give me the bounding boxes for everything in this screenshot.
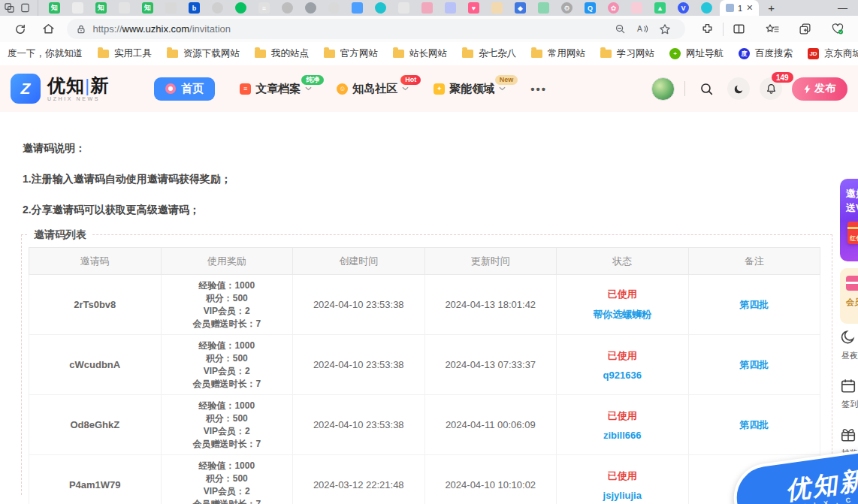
nav-more-button[interactable]: ••• [530, 83, 547, 95]
browser-tab[interactable] [392, 0, 415, 16]
bookmark-item[interactable]: 杂七杂八 [462, 47, 516, 60]
site-search-icon[interactable] [695, 78, 718, 99]
status-user-link[interactable]: q921636 [557, 370, 687, 381]
active-tab[interactable]: 1 ✕ [720, 0, 759, 16]
url-text[interactable]: https://www.uzhix.com/invitation [92, 23, 609, 35]
browser-tab[interactable]: ≡ [252, 0, 276, 16]
bookmark-item[interactable]: 实用工具 [98, 47, 152, 60]
bookmark-label: 实用工具 [114, 47, 152, 60]
minimize-button[interactable]: — [838, 0, 847, 16]
tab-search-icon[interactable] [20, 3, 30, 13]
extensions-icon[interactable] [696, 19, 718, 40]
bookmarks-bar: 度一下，你就知道实用工具资源下载网站我的站点官方网站站长网站杂七杂八常用网站学习… [0, 42, 858, 65]
dark-mode-toggle[interactable] [727, 77, 750, 100]
browser-tab[interactable]: Q [579, 0, 602, 16]
favorites-list-icon[interactable] [761, 19, 784, 40]
browser-tab[interactable] [113, 0, 136, 16]
browser-tab[interactable]: ⚙ [555, 0, 579, 16]
bookmark-item[interactable]: 度百度搜索 [739, 47, 793, 60]
tab-favicon-icon: ✿ [608, 2, 619, 14]
browser-tab[interactable] [322, 0, 346, 16]
lightning-icon [804, 84, 811, 94]
remark-link[interactable]: 第四批 [739, 419, 769, 430]
publish-button[interactable]: 发布 [792, 77, 847, 101]
workspaces-icon[interactable] [5, 3, 14, 13]
browser-tab[interactable]: 知 [43, 0, 66, 16]
user-avatar[interactable] [651, 77, 675, 101]
status-user-link[interactable]: 帮你选螺蛳粉 [557, 308, 687, 321]
browser-tab[interactable]: ♥ [462, 0, 485, 16]
reward-line: VIP会员：2 [162, 305, 292, 318]
address-bar[interactable]: https://www.uzhix.com/invitation A [67, 19, 685, 39]
nav-item-home[interactable]: 首页 [154, 77, 215, 101]
browser-tab[interactable] [625, 0, 648, 16]
nav-item-3[interactable]: ✦聚能领域New [434, 82, 506, 96]
nav-item-label: 知岛社区 [352, 82, 397, 96]
bookmark-item[interactable]: 常用网站 [531, 47, 585, 60]
remark-link[interactable]: 第四批 [739, 299, 769, 310]
browser-tab[interactable]: 知 [136, 0, 159, 16]
split-screen-icon[interactable] [728, 19, 751, 40]
browser-tab[interactable]: ◆ [509, 0, 532, 16]
tab-favicon-icon [538, 2, 549, 14]
browser-tab[interactable]: 知 [89, 0, 113, 16]
folder-icon [98, 50, 109, 58]
bookmark-item[interactable]: 资源下载网站 [167, 47, 240, 60]
moon-icon [840, 329, 856, 346]
tab-close-icon[interactable]: ✕ [746, 3, 753, 13]
browser-tab[interactable] [439, 0, 462, 16]
status-user-link[interactable]: zibill666 [557, 430, 687, 441]
bookmark-item[interactable]: JD京东商城 [808, 47, 858, 60]
browser-essentials-icon[interactable] [826, 19, 849, 40]
created-time-cell: 2024-04-10 23:53:38 [293, 395, 425, 455]
remark-link[interactable]: 第四批 [739, 359, 769, 370]
browser-tab[interactable]: ▲ [648, 0, 672, 16]
invite-vip-banner[interactable]: 邀好送V 红包 [840, 179, 858, 261]
bookmark-label: 我的站点 [271, 47, 309, 60]
browser-tab[interactable]: b [183, 0, 206, 16]
notification-count-badge: 149 [772, 72, 793, 83]
bookmark-item[interactable]: 度一下，你就知道 [8, 47, 83, 60]
nav-item-1[interactable]: ≡文章档案纯净 [240, 82, 312, 96]
favorite-star-icon[interactable] [654, 19, 676, 40]
browser-tab[interactable] [276, 0, 299, 16]
browser-tab[interactable] [695, 0, 718, 16]
refresh-button[interactable] [9, 19, 32, 40]
browser-tab[interactable] [299, 0, 322, 16]
browser-tab[interactable] [485, 0, 509, 16]
bookmark-item[interactable]: 官方网站 [324, 47, 378, 60]
browser-tab[interactable]: ✿ [602, 0, 625, 16]
browser-tab[interactable] [229, 0, 252, 16]
bookmark-item[interactable]: 站长网站 [393, 47, 447, 60]
floating-tool-签到[interactable]: 签到 [840, 378, 858, 410]
browser-tab[interactable] [159, 0, 183, 16]
browser-tab[interactable] [415, 0, 439, 16]
browser-tab[interactable]: V [672, 0, 695, 16]
browser-tab[interactable] [346, 0, 369, 16]
bookmark-item[interactable]: 学习网站 [600, 47, 654, 60]
bookmark-label: 百度搜索 [755, 47, 793, 60]
notifications-button[interactable]: 149 [760, 77, 782, 100]
invitation-intro: 邀请码说明： 1.注册输入邀请码自动使用邀请码获得奖励；2.分享邀请码可以获取更… [0, 112, 858, 217]
home-button[interactable] [38, 19, 60, 40]
collections-icon[interactable] [794, 19, 817, 40]
floating-tool-昼夜[interactable]: 昼夜 [840, 329, 858, 361]
nav-item-2[interactable]: ☺知岛社区Hot [337, 82, 409, 96]
lock-icon[interactable] [76, 24, 86, 35]
created-time-cell: 2024-04-10 23:53:38 [293, 335, 425, 395]
browser-tab[interactable] [369, 0, 392, 16]
zoom-out-icon[interactable] [609, 19, 631, 40]
read-aloud-icon[interactable]: A [631, 19, 654, 40]
site-logo[interactable]: Z 优知|新 UZHIX NEWS [11, 74, 109, 104]
member-gift-banner[interactable]: 会员 [840, 268, 858, 324]
tab-favicon-icon [631, 2, 642, 14]
bookmark-item[interactable]: +网址导航 [669, 47, 724, 60]
bookmark-item[interactable]: 我的站点 [255, 47, 309, 60]
browser-tab[interactable] [532, 0, 555, 16]
new-tab-button[interactable]: + [768, 2, 775, 14]
invitation-code-cell: Od8eGhkZ [29, 395, 162, 455]
invitation-list-title: 邀请码列表 [29, 228, 92, 242]
browser-tab[interactable] [66, 0, 89, 16]
status-user-link[interactable]: jsjyliujia [557, 490, 687, 501]
browser-tab[interactable] [206, 0, 229, 16]
